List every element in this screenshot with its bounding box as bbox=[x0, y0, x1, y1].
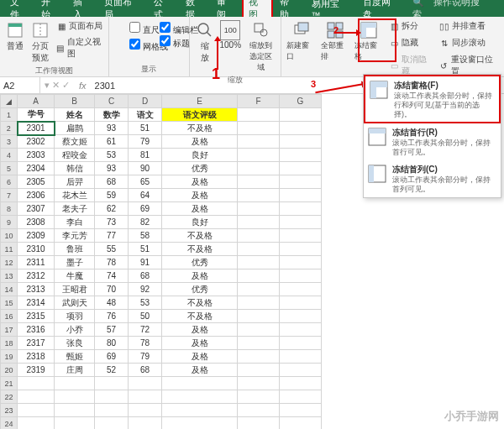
menu-freeze-panes[interactable]: 冻结窗格(F)滚动工作表其余部分时，保持行和列可见(基于当前的选择)。 bbox=[364, 75, 501, 123]
table-row[interactable]: 142313王昭君7092优秀 bbox=[1, 283, 322, 296]
table-row[interactable]: 52304韩信9390优秀 bbox=[1, 162, 322, 175]
col-e[interactable]: E bbox=[162, 95, 238, 108]
svg-rect-10 bbox=[328, 23, 334, 29]
group-zoom: 缩放 bbox=[228, 75, 243, 86]
col-b[interactable]: B bbox=[55, 95, 95, 108]
svg-rect-23 bbox=[369, 165, 374, 182]
table-row[interactable]: 72306花木兰5964及格 bbox=[1, 189, 322, 202]
col-f[interactable]: F bbox=[238, 95, 280, 108]
table-row[interactable]: 112310鲁班5551不及格 bbox=[1, 243, 322, 256]
zoom-selection-button[interactable]: 缩放到 选定区域 bbox=[244, 18, 278, 75]
table-row[interactable]: 82307老夫子6269及格 bbox=[1, 202, 322, 216]
svg-rect-11 bbox=[336, 23, 343, 29]
pagelayout-button[interactable]: ▦页面布局 bbox=[54, 18, 105, 34]
col-d[interactable]: D bbox=[129, 95, 162, 108]
table-row[interactable]: 202319庄周5268及格 bbox=[1, 364, 322, 377]
col-a[interactable]: A bbox=[18, 95, 55, 108]
zoom-100-button[interactable]: 100100% bbox=[218, 18, 243, 75]
table-row[interactable]: 21 bbox=[1, 377, 322, 390]
freeze-col-icon bbox=[367, 164, 387, 184]
annotation-arrow-1-line bbox=[217, 38, 218, 70]
svg-rect-19 bbox=[370, 81, 376, 98]
table-row[interactable]: 22 bbox=[1, 390, 322, 404]
headings-check[interactable]: 标题 bbox=[160, 35, 190, 50]
formula-value[interactable]: 2301 bbox=[92, 81, 118, 91]
pagebreak-button[interactable]: 分页 预览 bbox=[29, 18, 52, 65]
table-row[interactable]: 122311墨子7891优秀 bbox=[1, 256, 322, 269]
ribbon: 普通 分页 预览 ▦页面布局 ▤自定义视图 工作簿视图 直尺 网格线 编辑栏 标… bbox=[0, 17, 504, 77]
col-c[interactable]: C bbox=[95, 95, 129, 108]
table-row[interactable]: 22301扁鹊9351不及格 bbox=[1, 122, 322, 135]
header-row[interactable]: 1 学号姓名数学语文语文评级 bbox=[1, 108, 322, 122]
table-row[interactable]: 102309李元芳7758不及格 bbox=[1, 229, 322, 243]
freeze-row-icon bbox=[367, 127, 387, 147]
freeze-panes-button[interactable]: 冻结窗格 bbox=[353, 18, 385, 79]
table-row[interactable]: 24 bbox=[1, 417, 322, 430]
table-row[interactable]: 132312牛魔7468及格 bbox=[1, 269, 322, 283]
normal-view-button[interactable]: 普通 bbox=[3, 18, 27, 65]
svg-rect-1 bbox=[8, 24, 22, 27]
table-row[interactable]: 152314武则天4853不及格 bbox=[1, 296, 322, 310]
svg-rect-9 bbox=[298, 23, 308, 31]
side-by-side-button: ▯▯并排查看 bbox=[437, 18, 501, 34]
hide-button[interactable]: ▭隐藏 bbox=[386, 35, 434, 50]
grid[interactable]: ◢ A B C D E F G 1 学号姓名数学语文语文评级 22301扁鹊93… bbox=[0, 94, 322, 429]
title-tabs: 文件 开始 插入 页面布局 公式 数据 审阅 视图 帮助 易用宝 ™ 百度网盘 … bbox=[0, 0, 504, 17]
table-row[interactable]: 172316小乔5772及格 bbox=[1, 323, 322, 337]
arrange-button[interactable]: 全部重排 bbox=[319, 18, 351, 79]
svg-point-7 bbox=[260, 29, 267, 36]
annotation-arrow-2-line bbox=[334, 32, 360, 34]
freeze-panes-menu: 冻结窗格(F)滚动工作表其余部分时，保持行和列可见(基于当前的选择)。 冻结首行… bbox=[363, 74, 501, 198]
table-row[interactable]: 192318甄姬6979及格 bbox=[1, 350, 322, 364]
sync-scroll-button: ⇅同步滚动 bbox=[437, 35, 501, 50]
svg-line-5 bbox=[207, 32, 211, 36]
new-window-button[interactable]: 新建窗口 bbox=[285, 18, 317, 79]
menu-freeze-top-row[interactable]: 冻结首行(R)滚动工作表其余部分时，保持首行可见。 bbox=[364, 123, 501, 160]
table-row[interactable]: 23 bbox=[1, 404, 322, 417]
col-g[interactable]: G bbox=[280, 95, 322, 108]
freeze-panes-icon bbox=[369, 80, 389, 100]
table-row[interactable]: 162315项羽7650不及格 bbox=[1, 310, 322, 323]
table-row[interactable]: 32302蔡文姬6179及格 bbox=[1, 135, 322, 149]
svg-rect-21 bbox=[369, 128, 386, 133]
watermark: 小乔手游网 bbox=[444, 409, 499, 424]
fx-label: fx bbox=[74, 81, 92, 91]
svg-rect-12 bbox=[328, 31, 334, 38]
menu-freeze-first-col[interactable]: 冻结首列(C)滚动工作表其余部分时，保持首列可见。 bbox=[364, 160, 501, 197]
table-row[interactable]: 92308李白7382良好 bbox=[1, 216, 322, 229]
name-box[interactable]: A2 bbox=[0, 77, 40, 93]
table-row[interactable]: 42303程咬金5381良好 bbox=[1, 149, 322, 162]
split-button[interactable]: ▥拆分 bbox=[386, 18, 434, 34]
formulabar-check[interactable]: 编辑栏 bbox=[160, 22, 198, 36]
group-workbook-views: 工作簿视图 bbox=[35, 65, 73, 76]
custom-view-button[interactable]: ▤自定义视图 bbox=[54, 34, 105, 61]
table-row[interactable]: 62305后羿6865及格 bbox=[1, 175, 322, 189]
table-row[interactable]: 182317张良8078及格 bbox=[1, 337, 322, 350]
select-all[interactable]: ◢ bbox=[1, 95, 18, 108]
group-show: 显示 bbox=[141, 64, 156, 75]
